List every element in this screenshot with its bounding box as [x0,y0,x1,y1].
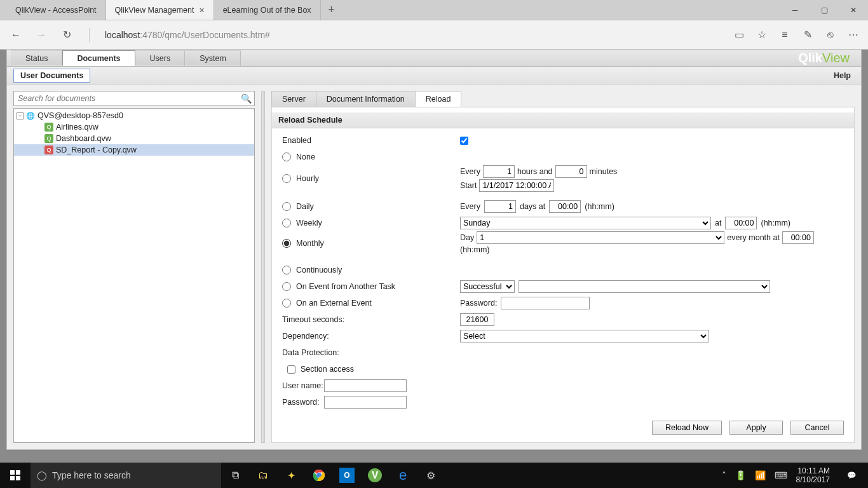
label-on-event: On Event from Another Task [296,282,395,291]
label-enabled: Enabled [282,136,311,145]
forward-button[interactable]: → [34,29,48,41]
label-continuously: Continuously [296,266,342,274]
browser-tab-elearning[interactable]: eLearning Out of the Box [214,0,321,20]
window-maximize[interactable]: ▢ [810,0,839,20]
daily-time-input[interactable] [549,200,581,213]
document-tree-panel: 🔍 − 🌐 QVS@desktop-857esd0 Q Airlines.qvw… [13,91,255,443]
sub-nav: User Documents Help [7,67,861,85]
svg-rect-1 [16,470,20,475]
search-icon[interactable]: 🔍 [241,93,252,104]
action-center-icon[interactable]: 💬 [839,463,864,488]
dependency-select[interactable]: Select [460,330,709,342]
favorite-star-icon[interactable]: ☆ [756,29,768,41]
qmc-page: Status Documents Users System QlikView U… [6,50,862,450]
settings-gear-icon[interactable]: ⚙ [417,463,445,488]
radio-none[interactable] [282,152,291,161]
file-explorer-icon[interactable]: 🗂 [249,463,277,488]
edge-icon[interactable]: e [389,463,417,488]
app-v-icon[interactable]: V [361,463,389,488]
battery-icon[interactable]: 🔋 [735,470,746,480]
outlook-icon[interactable]: O [339,468,355,483]
back-button[interactable]: ← [9,29,23,41]
new-tab-button[interactable]: + [321,0,342,20]
taskbar-search[interactable]: ◯ Type here to search [31,463,221,488]
chrome-icon[interactable] [305,463,333,488]
system-clock[interactable]: 10:11 AM 8/10/2017 [796,466,830,484]
subtab-docinfo[interactable]: Document Information [316,91,416,107]
keyboard-icon[interactable]: ⌨ [775,470,787,480]
user-documents-tab[interactable]: User Documents [13,69,90,83]
qvw-icon: Q [44,123,53,132]
radio-on-event[interactable] [282,282,291,291]
radio-monthly[interactable] [282,239,291,248]
window-minimize[interactable]: ─ [780,0,810,20]
text-start: Start [460,181,477,190]
label-password: Password: [282,398,319,407]
label-section-access: Section access [301,365,354,374]
address-bar[interactable]: localhost:4780/qmc/UserDocuments.htm# [105,30,722,40]
radio-continuously[interactable] [282,266,291,274]
wifi-icon[interactable]: 📶 [755,470,766,480]
tree-doc-airlines[interactable]: Q Airlines.qvw [14,121,254,133]
subtab-reload[interactable]: Reload [415,91,462,107]
monthly-day-select[interactable]: 1 [477,231,724,244]
section-access-checkbox[interactable] [287,365,295,374]
monthly-time-input[interactable] [782,231,814,244]
svg-rect-3 [16,476,20,480]
qvw-icon: Q [44,134,53,143]
browser-tab-accesspoint[interactable]: QlikView - AccessPoint [6,0,106,20]
reading-view-icon[interactable]: ▭ [733,29,745,41]
event-status-select[interactable]: Successful [460,280,515,293]
radio-daily[interactable] [282,202,291,211]
text-hhmm: (hh:mm) [761,219,790,227]
tab-system[interactable]: System [185,50,241,66]
app-icon[interactable]: ✦ [277,463,305,488]
password-input[interactable] [324,396,407,409]
close-icon[interactable]: × [199,5,204,15]
tree-doc-sdreport[interactable]: Q SD_Report - Copy.qvw [14,144,254,156]
label-ext-password: Password: [460,299,497,308]
hourly-minutes-input[interactable] [555,165,587,178]
tab-users[interactable]: Users [135,50,186,66]
tab-status[interactable]: Status [11,50,62,66]
apply-button[interactable]: Apply [729,421,783,435]
splitter[interactable] [261,91,265,443]
browser-tab-qmc[interactable]: QlikView Management× [106,0,214,20]
refresh-button[interactable]: ↻ [60,29,74,41]
help-link[interactable]: Help [834,71,855,80]
timeout-input[interactable] [460,313,494,326]
weekly-time-input[interactable] [725,217,757,229]
document-tree[interactable]: − 🌐 QVS@desktop-857esd0 Q Airlines.qvw Q… [13,108,255,443]
more-icon[interactable]: ⋯ [848,29,859,41]
hourly-hours-input[interactable] [483,165,515,178]
hub-icon[interactable]: ≡ [779,29,790,41]
username-input[interactable] [324,379,407,392]
radio-weekly[interactable] [282,219,291,227]
tray-chevron-icon[interactable]: ˄ [722,470,726,480]
window-close[interactable]: ✕ [839,0,868,20]
task-view-icon[interactable]: ⧉ [221,463,249,488]
label-dependency: Dependency: [282,332,329,341]
radio-hourly[interactable] [282,174,291,183]
daily-days-input[interactable] [484,200,516,213]
brand-logo: QlikView [798,50,861,66]
text-minutes: minutes [590,167,618,176]
cancel-button[interactable]: Cancel [790,421,844,435]
start-button[interactable] [0,463,31,488]
share-icon[interactable]: ⎋ [825,29,836,41]
reload-now-button[interactable]: Reload Now [652,421,722,435]
weekly-day-select[interactable]: Sunday [460,217,711,229]
tab-documents[interactable]: Documents [62,50,135,66]
search-input[interactable] [13,91,255,106]
tree-server-node[interactable]: − 🌐 QVS@desktop-857esd0 [14,110,254,121]
subtab-server[interactable]: Server [271,91,316,107]
label-monthly: Monthly [296,239,324,248]
radio-on-external[interactable] [282,299,291,308]
collapse-icon[interactable]: − [17,112,24,119]
event-task-select[interactable] [519,280,770,293]
tree-doc-dashboard[interactable]: Q Dashboard.qvw [14,133,254,144]
notes-icon[interactable]: ✎ [802,29,813,41]
external-password-input[interactable] [501,297,590,309]
hourly-start-input[interactable] [479,179,554,192]
enabled-checkbox[interactable] [460,137,468,145]
